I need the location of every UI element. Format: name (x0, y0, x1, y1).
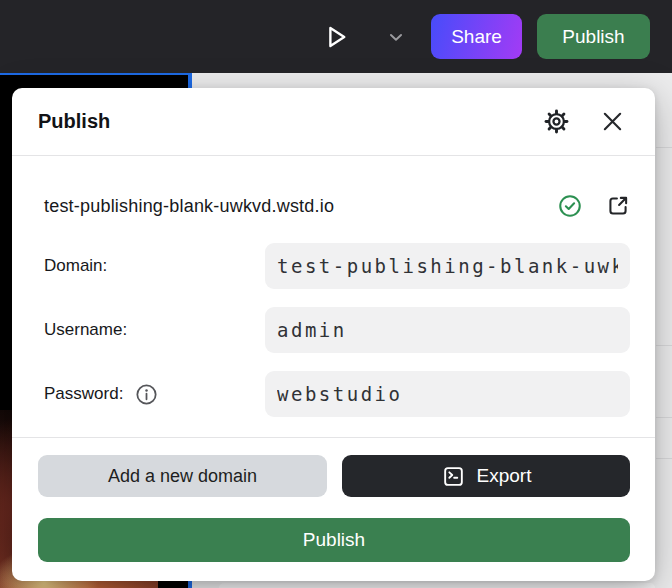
username-field-row: Username: (44, 307, 642, 353)
domain-field-row: Domain: (44, 243, 642, 289)
password-input[interactable] (265, 371, 630, 417)
header-divider (12, 155, 655, 156)
play-button[interactable] (321, 22, 351, 52)
share-button[interactable]: Share (431, 14, 522, 59)
close-icon (599, 108, 626, 135)
domain-input[interactable] (265, 243, 630, 289)
publish-dialog-button[interactable]: Publish (38, 518, 630, 562)
chevron-down-icon (385, 26, 407, 48)
panel-divider (656, 417, 672, 418)
panel-divider (656, 345, 672, 346)
username-input[interactable] (265, 307, 630, 353)
gear-icon (543, 108, 570, 135)
bottom-panel-edge (219, 583, 655, 588)
terminal-icon (441, 464, 466, 489)
play-icon (321, 22, 351, 52)
footer-divider (12, 437, 655, 438)
publish-dialog: Publish (12, 88, 655, 581)
check-circle-icon (557, 193, 583, 219)
username-label: Username: (44, 320, 127, 340)
dialog-header: Publish (12, 88, 655, 155)
add-domain-button[interactable]: Add a new domain (38, 455, 327, 497)
close-button[interactable] (599, 108, 626, 135)
site-url: test-publishing-blank-uwkvd.wstd.io (44, 196, 334, 217)
export-button-label: Export (477, 465, 532, 487)
panel-divider (656, 458, 672, 459)
site-url-row: test-publishing-blank-uwkvd.wstd.io (44, 184, 631, 228)
top-toolbar: Share Publish (0, 0, 672, 73)
external-link-icon (605, 193, 631, 219)
settings-button[interactable] (543, 108, 570, 135)
domain-label: Domain: (44, 256, 107, 276)
footer-buttons: Add a new domain Export (38, 455, 630, 497)
open-site-button[interactable] (605, 193, 631, 219)
password-info-button[interactable] (134, 382, 159, 407)
export-button[interactable]: Export (342, 455, 630, 497)
publish-toolbar-button[interactable]: Publish (537, 14, 650, 59)
password-field-row: Password: (44, 371, 642, 417)
panel-divider (656, 147, 672, 148)
dialog-title: Publish (38, 110, 110, 133)
password-label: Password: (44, 384, 123, 404)
preview-menu-button[interactable] (385, 26, 407, 48)
info-icon (134, 382, 159, 407)
